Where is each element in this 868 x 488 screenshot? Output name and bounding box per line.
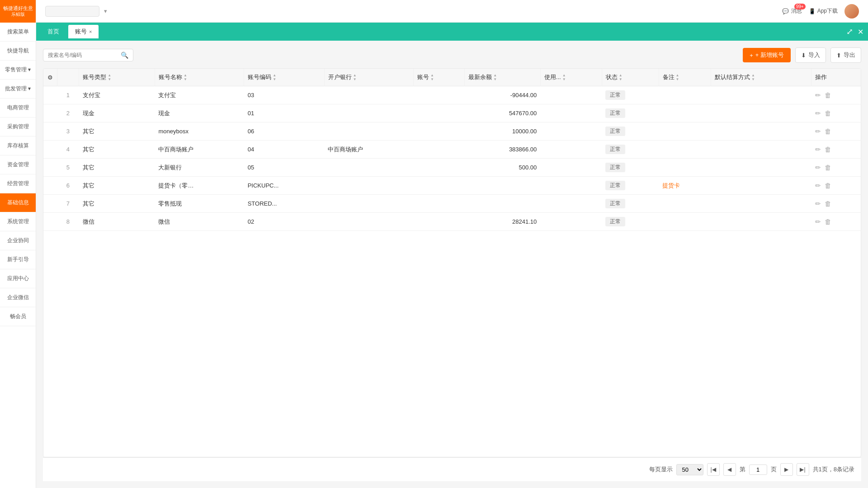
message-button[interactable]: 💬 消息 99+: [782, 7, 802, 15]
page-input[interactable]: [749, 465, 767, 475]
th-account[interactable]: 账号 ▲▼: [413, 69, 464, 86]
search-input[interactable]: [48, 52, 121, 58]
delete-icon[interactable]: 🗑: [825, 200, 831, 207]
edit-icon[interactable]: ✏: [815, 164, 821, 172]
per-page-select[interactable]: 50 20 100: [676, 464, 703, 475]
th-code[interactable]: 账号编码 ▲▼: [244, 69, 325, 86]
edit-icon[interactable]: ✏: [815, 145, 821, 154]
cell-status: 正常: [602, 213, 659, 231]
mobile-icon: 📱: [809, 8, 816, 14]
sidebar-item-retail[interactable]: 零售管理 ▾: [0, 61, 36, 80]
table-row: 6 其它 提货卡（零… PICKUPC... 正常 提货卡 ✏ 🗑: [43, 177, 861, 195]
delete-icon[interactable]: 🗑: [825, 145, 831, 153]
page-label: 第: [740, 465, 745, 474]
tabbar: 首页 账号 × ⤢ ✕: [36, 23, 868, 41]
th-gear[interactable]: ⚙: [43, 69, 57, 86]
sidebar-item-search[interactable]: 搜索菜单: [0, 23, 36, 42]
th-status[interactable]: 状态 ▲▼: [602, 69, 659, 86]
cell-account: [413, 86, 464, 104]
app-download-button[interactable]: 📱 App下载: [809, 7, 838, 15]
sidebar-item-apps[interactable]: 应用中心: [0, 269, 36, 288]
account-table-wrap: ⚙ 账号类型 ▲▼ 账号名称 ▲▼: [43, 68, 861, 457]
cell-status: 正常: [602, 177, 659, 195]
edit-icon[interactable]: ✏: [815, 127, 821, 136]
add-account-button[interactable]: + + 新增账号: [743, 48, 791, 62]
edit-icon[interactable]: ✏: [815, 109, 821, 117]
th-usage[interactable]: 使用... ▲▼: [540, 69, 602, 86]
cell-gear: [43, 122, 57, 141]
tab-expand-icon[interactable]: ⤢: [846, 27, 853, 37]
sidebar-item-quick[interactable]: 快捷导航: [0, 42, 36, 61]
tab-home[interactable]: 首页: [41, 25, 66, 38]
search-icon[interactable]: 🔍: [121, 52, 128, 59]
delete-icon[interactable]: 🗑: [825, 182, 831, 189]
delete-icon[interactable]: 🗑: [825, 218, 831, 225]
prev-page-button[interactable]: ◀: [723, 463, 736, 476]
tab-account-label: 账号: [75, 28, 87, 36]
edit-icon[interactable]: ✏: [815, 91, 821, 99]
cell-name: 零售抵现: [155, 195, 244, 213]
cell-remark: [659, 141, 711, 159]
tab-account[interactable]: 账号 ×: [68, 25, 99, 38]
cell-remark: [659, 213, 711, 231]
cell-gear: [43, 177, 57, 195]
export-button[interactable]: ⬆ 导出: [830, 47, 861, 63]
th-type[interactable]: 账号类型 ▲▼: [79, 69, 155, 86]
next-page-button[interactable]: ▶: [780, 463, 793, 476]
user-avatar[interactable]: [844, 4, 859, 19]
cell-name: 中百商场账户: [155, 141, 244, 159]
cell-index: 2: [57, 104, 79, 122]
sidebar-item-purchase[interactable]: 采购管理: [0, 117, 36, 136]
sidebar-item-wechat[interactable]: 企业微信: [0, 288, 36, 307]
th-bank[interactable]: 开户银行 ▲▼: [324, 69, 413, 86]
cell-account: [413, 104, 464, 122]
th-balance[interactable]: 最新余额 ▲▼: [465, 69, 541, 86]
cell-usage: [540, 86, 602, 104]
cell-balance: 10000.00: [465, 122, 541, 141]
sidebar-item-wholesale[interactable]: 批发管理 ▾: [0, 80, 36, 99]
delete-icon[interactable]: 🗑: [825, 127, 831, 135]
last-page-button[interactable]: ▶|: [797, 463, 809, 476]
th-default-payment[interactable]: 默认结算方式 ▲▼: [711, 69, 811, 86]
edit-icon[interactable]: ✏: [815, 182, 821, 190]
cell-code: PICKUPC...: [244, 177, 325, 195]
cell-index: 7: [57, 195, 79, 213]
tab-close-all-icon[interactable]: ✕: [858, 28, 863, 36]
sidebar-item-basic[interactable]: 基础信息: [0, 193, 36, 212]
edit-icon[interactable]: ✏: [815, 218, 821, 226]
add-icon: +: [750, 52, 753, 59]
cell-bank: [324, 195, 413, 213]
cell-default-payment: [711, 159, 811, 177]
sidebar-item-system[interactable]: 系统管理: [0, 212, 36, 231]
cell-status: 正常: [602, 104, 659, 122]
sidebar-item-finance[interactable]: 资金管理: [0, 155, 36, 174]
edit-icon[interactable]: ✏: [815, 200, 821, 208]
cell-action: ✏ 🗑: [811, 213, 861, 231]
sidebar-item-ecommerce[interactable]: 电商管理: [0, 99, 36, 117]
tab-close-icon[interactable]: ×: [89, 29, 92, 34]
cell-default-payment: [711, 177, 811, 195]
cell-type: 其它: [79, 159, 155, 177]
th-remark[interactable]: 备注 ▲▼: [659, 69, 711, 86]
th-name[interactable]: 账号名称 ▲▼: [155, 69, 244, 86]
sidebar: 畅捷通好生意 乐鲸版 搜索菜单 快捷导航 零售管理 ▾ 批发管理 ▾ 电商管理 …: [0, 0, 36, 488]
th-action: 操作: [811, 69, 861, 86]
delete-icon[interactable]: 🗑: [825, 164, 831, 171]
sidebar-item-guide[interactable]: 新手引导: [0, 250, 36, 269]
sidebar-item-operation[interactable]: 经营管理: [0, 174, 36, 193]
import-label: 导入: [808, 51, 820, 59]
import-button[interactable]: ⬇ 导入: [795, 47, 826, 63]
cell-default-payment: [711, 213, 811, 231]
delete-icon[interactable]: 🗑: [825, 91, 831, 99]
delete-icon[interactable]: 🗑: [825, 109, 831, 117]
cell-remark: [659, 86, 711, 104]
first-page-button[interactable]: |◀: [707, 463, 720, 476]
sidebar-item-collab[interactable]: 企业协同: [0, 231, 36, 250]
cell-bank: 中百商场账户: [324, 141, 413, 159]
sidebar-item-member[interactable]: 畅会员: [0, 307, 36, 326]
topbar-search-input[interactable]: [45, 6, 99, 17]
cell-bank: [324, 104, 413, 122]
sidebar-item-inventory[interactable]: 库存核算: [0, 136, 36, 155]
cell-status: 正常: [602, 141, 659, 159]
topbar-dropdown-arrow[interactable]: ▾: [104, 8, 107, 14]
